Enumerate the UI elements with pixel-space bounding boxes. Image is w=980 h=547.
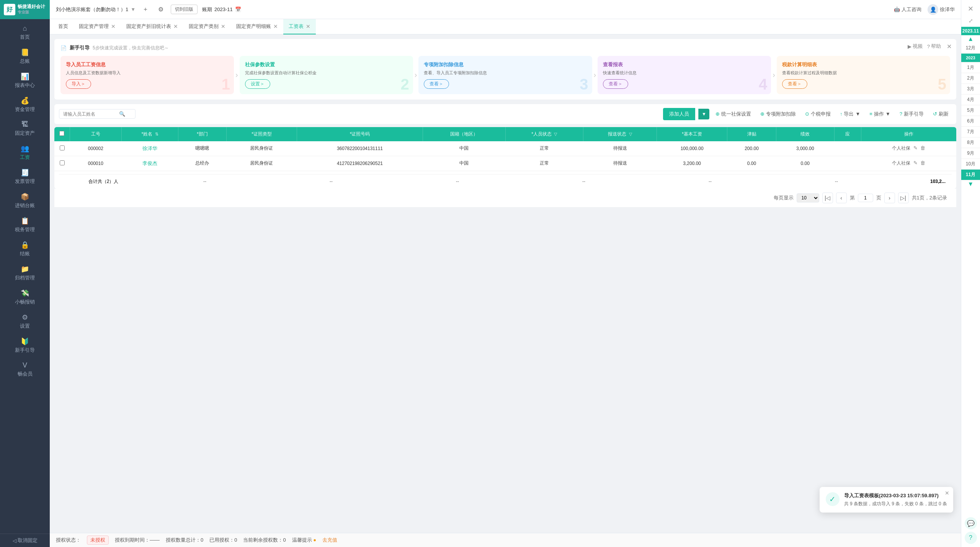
user-menu[interactable]: 👤 徐泽华 [928, 4, 955, 15]
add-person-dropdown-btn[interactable]: ▼ [698, 109, 709, 119]
step3-btn[interactable]: 查看＞ [424, 79, 449, 89]
table-scroll[interactable]: 工号 *姓名 ⇅ *部门 *证照类型 *证照号码 国籍（地区） *人员状态 ▽ … [54, 127, 956, 174]
nav-month-2[interactable]: 2月 [961, 73, 980, 84]
row2-id: 000010 [70, 156, 122, 171]
tab-category-close-icon[interactable]: ✕ [221, 24, 225, 29]
step4-btn[interactable]: 查看＞ [603, 79, 628, 89]
row1-select[interactable] [54, 141, 70, 156]
tab-payroll[interactable]: 工资表 ✕ [283, 19, 316, 34]
search-icon[interactable]: 🔍 [119, 111, 125, 117]
row2-checkbox[interactable] [60, 160, 65, 165]
sidebar-item-archive[interactable]: 📁 归档管理 [0, 261, 50, 285]
step5-btn[interactable]: 查看＞ [782, 79, 807, 89]
sidebar-item-reports[interactable]: 📊 报表中心 [0, 69, 50, 93]
first-page-btn[interactable]: |◁ [822, 193, 833, 203]
sidebar-item-member[interactable]: V 畅会员 [0, 358, 50, 381]
row2-select[interactable] [54, 156, 70, 171]
toast-close-btn[interactable]: ✕ [945, 490, 949, 496]
refresh-btn[interactable]: ↺ 刷新 [930, 109, 952, 119]
add-account-btn[interactable]: ＋ [140, 4, 151, 15]
search-input[interactable] [63, 111, 117, 117]
next-page-btn[interactable]: › [884, 193, 895, 203]
sidebar-item-inventory[interactable]: 📦 进销台账 [0, 189, 50, 213]
add-person-btn[interactable]: 添加人员 [663, 108, 695, 120]
last-page-btn[interactable]: ▷| [898, 193, 909, 203]
row2-delete-icon[interactable]: 🗑 [920, 160, 925, 166]
go-auth-link[interactable]: 去充值 [322, 537, 337, 544]
nav-month-4[interactable]: 4月 [961, 95, 980, 105]
ai-consult-btn[interactable]: 🤖 人工咨询 [894, 6, 921, 13]
feedback-icon[interactable]: 💬 [965, 517, 977, 529]
nav-month-12-prev[interactable]: 12月 [961, 43, 980, 54]
account-selector[interactable]: 刘小艳演示账套（勿删勿动！）1 ▼ [56, 6, 136, 13]
th-select-all[interactable] [54, 127, 70, 141]
right-panel-expand-btn[interactable]: ⤢ [967, 16, 975, 25]
tab-detail-ledger-close-icon[interactable]: ✕ [273, 24, 278, 29]
sidebar-item-settings[interactable]: ⚙ 设置 [0, 309, 50, 333]
sidebar-item-funds[interactable]: 💰 资金管理 [0, 93, 50, 117]
nav-year-2023[interactable]: 2023 [961, 54, 980, 62]
sidebar-item-ledger[interactable]: 📒 总账 [0, 44, 50, 69]
right-panel-close-btn[interactable]: ✕ [966, 3, 975, 15]
nav-month-10[interactable]: 10月 [961, 159, 980, 170]
sidebar-item-close[interactable]: 🔒 结账 [0, 237, 50, 261]
sidebar-item-assets[interactable]: 🏗 固定资产 [0, 117, 50, 140]
tab-depreciation[interactable]: 固定资产折旧统计表 ✕ [121, 19, 183, 34]
social-security-btn[interactable]: ⊕ 统一社保设置 [712, 109, 754, 119]
row1-checkbox[interactable] [60, 145, 65, 150]
tax-report-btn[interactable]: ⊙ 个税申报 [802, 109, 834, 119]
cancel-fixed-btn[interactable]: ◁ 取消固定 [0, 534, 50, 547]
guide-close-btn[interactable]: ✕ [947, 43, 952, 50]
nav-month-11[interactable]: 11月 [961, 170, 980, 180]
tab-depreciation-close-icon[interactable]: ✕ [173, 24, 178, 29]
nav-year-down-btn[interactable]: ▼ [967, 180, 975, 188]
page-input[interactable] [858, 194, 873, 202]
video-link[interactable]: ▶ 视频 [908, 43, 923, 50]
sidebar-item-guide[interactable]: 🔰 新手引导 [0, 333, 50, 358]
nav-month-9[interactable]: 9月 [961, 148, 980, 159]
status-filter-icon[interactable]: ▽ [554, 132, 557, 136]
prev-page-btn[interactable]: ‹ [836, 193, 847, 203]
row2-social-link[interactable]: 个人社保 [892, 160, 910, 166]
nav-month-7[interactable]: 7月 [961, 127, 980, 137]
sidebar-item-home[interactable]: ⌂ 首页 [0, 21, 50, 44]
help-circle-icon[interactable]: ? [965, 532, 977, 544]
nav-year-up-btn[interactable]: ▲ [967, 35, 975, 43]
tab-detail-ledger[interactable]: 固定资产明细账 ✕ [231, 19, 283, 34]
row1-edit-icon[interactable]: ✎ [913, 145, 918, 151]
tab-assets-close-icon[interactable]: ✕ [111, 24, 116, 29]
tab-payroll-close-icon[interactable]: ✕ [306, 24, 310, 29]
sidebar-item-payroll[interactable]: 👥 工资 [0, 140, 50, 165]
operations-btn[interactable]: ≡ 操作 ▼ [866, 109, 893, 119]
nav-month-3[interactable]: 3月 [961, 84, 980, 95]
row1-name[interactable]: 徐泽华 [122, 141, 178, 156]
special-deduction-btn[interactable]: ⊕ 专项附加扣除 [757, 109, 799, 119]
nav-month-6[interactable]: 6月 [961, 116, 980, 127]
name-sort-icon[interactable]: ⇅ [155, 132, 158, 136]
row1-social-link[interactable]: 个人社保 [892, 145, 910, 151]
row1-delete-icon[interactable]: 🗑 [920, 145, 925, 151]
sidebar-item-expense[interactable]: 💸 小畅报销 [0, 285, 50, 309]
help-link[interactable]: ? 帮助 [927, 43, 941, 50]
nav-month-8[interactable]: 8月 [961, 137, 980, 148]
settings-btn[interactable]: ⚙ [155, 4, 166, 15]
account-dropdown-icon[interactable]: ▼ [131, 7, 136, 12]
per-page-select[interactable]: 10 20 50 100 [797, 193, 819, 202]
sidebar-item-billing[interactable]: 🧾 发票管理 [0, 165, 50, 189]
old-version-btn[interactable]: 切到旧版 [171, 5, 198, 14]
step2-btn[interactable]: 设置＞ [245, 79, 270, 89]
select-all-checkbox[interactable] [59, 131, 64, 136]
calendar-icon[interactable]: 📅 [235, 7, 241, 12]
tab-assets[interactable]: 固定资产管理 ✕ [74, 19, 121, 34]
step1-btn[interactable]: 导入＞ [66, 79, 91, 89]
tab-home[interactable]: 首页 [53, 19, 74, 34]
sidebar-item-tax[interactable]: 📋 税务管理 [0, 213, 50, 237]
tab-category[interactable]: 固定资产类别 ✕ [183, 19, 231, 34]
guide-btn[interactable]: ? 新手引导 [897, 109, 927, 119]
report-filter-icon[interactable]: ▽ [629, 132, 632, 136]
export-btn[interactable]: ↑ 导出 ▼ [837, 109, 863, 119]
nav-month-5[interactable]: 5月 [961, 105, 980, 116]
row2-edit-icon[interactable]: ✎ [913, 160, 918, 166]
row2-name[interactable]: 李俊杰 [122, 156, 178, 171]
nav-month-1[interactable]: 1月 [961, 62, 980, 73]
